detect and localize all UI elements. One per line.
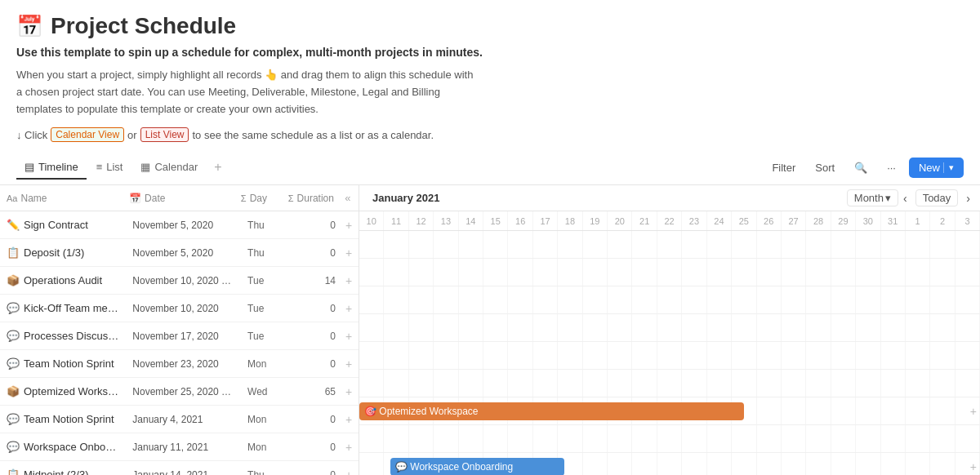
row-name: 💬 Kick-Off Team meeting	[0, 302, 126, 314]
row-name-text[interactable]: Processes Discussion	[24, 330, 119, 342]
row-add-button[interactable]: +	[339, 274, 359, 287]
row-name: 📦 Optemized Workspace	[0, 385, 126, 397]
row-name-text[interactable]: Deposit (1/3)	[24, 246, 84, 259]
hint-or: or	[127, 129, 137, 141]
row-date: November 10, 2020	[126, 303, 244, 314]
row-name-text[interactable]: Optemized Workspace	[24, 385, 119, 397]
row-name-text[interactable]: Kick-Off Team meeting	[24, 302, 119, 314]
month-selector[interactable]: Month ▾	[847, 189, 898, 206]
month-nav: Month ▾ ‹ Today ›	[847, 189, 980, 206]
page-title: Project Schedule	[51, 13, 236, 39]
row-add-button[interactable]: +	[339, 441, 359, 454]
day-header-cell: 20	[608, 211, 632, 230]
today-button[interactable]: Today	[915, 189, 959, 206]
timeline-row	[359, 370, 980, 397]
name-col-icon: Aa	[7, 193, 17, 203]
day-header-cell: 14	[459, 211, 483, 230]
col-date-label: Date	[145, 193, 165, 204]
row-icon: 📦	[7, 385, 20, 397]
day-header-cell: 13	[434, 211, 458, 230]
row-icon: 💬	[7, 357, 20, 370]
timeline-row	[359, 286, 980, 314]
row-name: 📦 Operations Audit	[0, 274, 126, 286]
row-name-text[interactable]: Team Notion Sprint	[24, 413, 114, 425]
new-dropdown-arrow[interactable]: ▾	[943, 162, 954, 173]
tab-list-label: List	[106, 161, 122, 173]
row-add-button[interactable]: +	[339, 246, 359, 260]
row-add-button[interactable]: +	[339, 468, 359, 475]
sort-button[interactable]: Sort	[808, 158, 841, 177]
timeline-bar[interactable]: 💬 Workspace Onboarding	[390, 458, 564, 475]
collapse-button[interactable]: «	[337, 189, 359, 207]
row-name-text[interactable]: Workspace Onboarding	[24, 441, 119, 453]
row-add-button[interactable]: +	[339, 330, 359, 343]
day-header-cell: 16	[508, 211, 532, 230]
new-button[interactable]: New ▾	[909, 158, 964, 178]
row-name: 💬 Team Notion Sprint	[0, 357, 126, 370]
list-view-link[interactable]: List View	[140, 127, 189, 142]
row-add-button[interactable]: +	[339, 385, 359, 398]
timeline-bar[interactable]: 🎯 Optemized Workspace	[359, 402, 744, 420]
tab-timeline-label: Timeline	[38, 161, 78, 173]
timeline-row-add[interactable]: +	[970, 405, 977, 418]
timeline-row	[359, 342, 980, 370]
day-header-cell: 17	[533, 211, 558, 230]
day-col-icon: Σ	[241, 193, 247, 203]
row-add-button[interactable]: +	[339, 219, 359, 232]
row-day: Tue	[244, 275, 292, 286]
prev-month-button[interactable]: ‹	[900, 190, 911, 206]
row-icon: 📦	[7, 274, 20, 286]
row-day: Thu	[244, 469, 292, 475]
row-icon: 💬	[7, 441, 20, 453]
timeline-row	[359, 314, 980, 342]
filter-button[interactable]: Filter	[765, 158, 802, 177]
list-icon: ≡	[96, 161, 103, 173]
row-icon: 💬	[7, 330, 20, 342]
row-day: Tue	[244, 331, 292, 342]
more-button[interactable]: ···	[880, 158, 902, 177]
timeline-row-add[interactable]: +	[970, 460, 977, 473]
row-add-button[interactable]: +	[339, 357, 359, 371]
table-row: 📦 Optemized Workspace November 25, 2020 …	[0, 378, 359, 406]
row-name-text[interactable]: Operations Audit	[24, 274, 102, 286]
tab-timeline[interactable]: ▤ Timeline	[16, 156, 87, 180]
next-month-button[interactable]: ›	[963, 190, 973, 206]
day-header-cell: 3	[956, 211, 980, 230]
row-date: January 14, 2021	[126, 469, 244, 475]
row-day: Tue	[244, 303, 292, 314]
search-button[interactable]: 🔍	[848, 158, 874, 177]
table-row: 📦 Operations Audit November 10, 2020 → N…	[0, 267, 359, 295]
row-day: Thu	[244, 220, 292, 231]
row-duration: 0	[292, 303, 339, 314]
row-name-text[interactable]: Midpoint (2/3)	[24, 468, 88, 475]
table-row: 📋 Midpoint (2/3) January 14, 2021 Thu 0 …	[0, 461, 359, 475]
toolbar: ▤ Timeline ≡ List ▦ Calendar + Filter So…	[0, 150, 980, 185]
row-date: November 17, 2020	[126, 331, 244, 342]
day-header-cell: 29	[831, 211, 856, 230]
day-header-cell: 31	[881, 211, 906, 230]
row-date: November 25, 2020 → Janua	[126, 386, 244, 397]
row-icon: 💬	[7, 413, 20, 425]
calendar-view-link[interactable]: Calendar View	[51, 127, 124, 142]
day-header-cell: 18	[558, 211, 582, 230]
tab-calendar[interactable]: ▦ Calendar	[132, 156, 206, 180]
add-view-button[interactable]: +	[207, 155, 228, 180]
main-content: Aa Name 📅 Date Σ Day Σ Duration « ✏️ Sig…	[0, 185, 980, 475]
dur-col-icon: Σ	[288, 193, 294, 203]
row-duration: 0	[292, 331, 339, 342]
row-name: 📋 Midpoint (2/3)	[0, 468, 126, 475]
row-add-button[interactable]: +	[339, 413, 359, 426]
page-icon: 📅	[16, 14, 42, 39]
row-name-text[interactable]: Sign Contract	[24, 219, 88, 231]
table-row: 💬 Workspace Onboarding January 11, 2021 …	[0, 433, 359, 461]
date-col-icon: 📅	[129, 193, 141, 204]
tab-list[interactable]: ≡ List	[88, 156, 131, 180]
timeline-header: January 2021 Month ▾ ‹ Today ›	[359, 185, 980, 211]
month-label: January 2021	[359, 192, 452, 204]
row-name-text[interactable]: Team Notion Sprint	[24, 357, 114, 370]
row-duration: 0	[292, 247, 339, 259]
row-icon: 💬	[7, 302, 20, 314]
row-icon: 📋	[7, 468, 20, 475]
row-add-button[interactable]: +	[339, 302, 359, 315]
row-date: November 5, 2020	[126, 220, 244, 231]
